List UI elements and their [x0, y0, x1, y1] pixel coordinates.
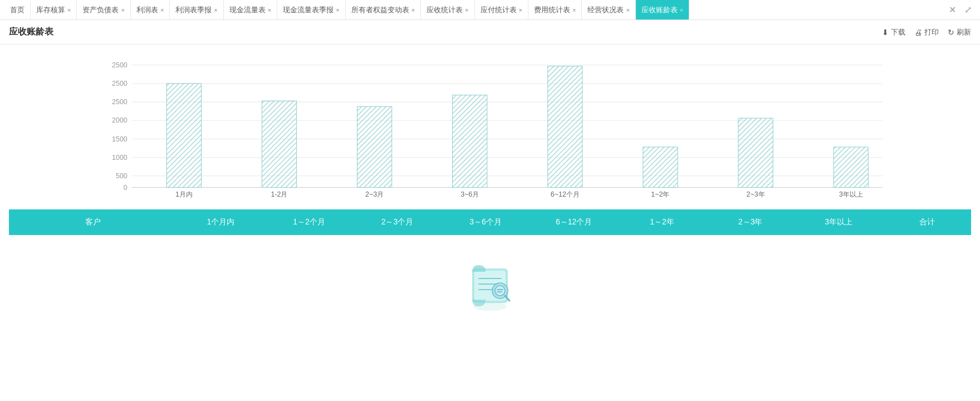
tab-profit-label: 利润表	[136, 5, 158, 15]
tab-equity-close[interactable]: ×	[411, 7, 415, 13]
tab-expense-stats-close[interactable]: ×	[572, 7, 576, 13]
tab-profit-quarterly-close[interactable]: ×	[214, 7, 217, 13]
tab-profit-close[interactable]: ×	[160, 7, 164, 13]
tab-inventory-close[interactable]: ×	[67, 7, 71, 13]
tab-expense-stats-label: 费用统计表	[534, 5, 570, 15]
tab-equity[interactable]: 所有者权益变动表 ×	[346, 0, 421, 20]
th-1to2months: 1～2个月	[265, 217, 354, 227]
svg-point-41	[495, 286, 505, 296]
tab-equity-label: 所有者权益变动表	[351, 5, 409, 15]
svg-text:1-2月: 1-2月	[271, 190, 287, 198]
print-icon: 🖨	[914, 28, 922, 37]
tab-cashflow-quarterly-label: 现金流量表季报	[283, 5, 334, 15]
empty-state	[9, 235, 971, 324]
svg-text:2500: 2500	[112, 80, 128, 87]
refresh-icon: ↻	[948, 28, 954, 37]
svg-text:1~2年: 1~2年	[651, 190, 669, 198]
svg-text:1月内: 1月内	[175, 190, 193, 198]
th-2to3years: 2～3年	[706, 217, 795, 227]
svg-rect-30	[738, 118, 773, 187]
window-close-btn[interactable]: ✕	[947, 4, 958, 15]
download-button[interactable]: ⬇ 下载	[882, 27, 905, 37]
th-6to12months: 6～12个月	[530, 217, 618, 227]
svg-text:1000: 1000	[112, 154, 128, 162]
svg-text:2~3年: 2~3年	[746, 190, 765, 198]
tab-profit[interactable]: 利润表 ×	[131, 0, 170, 20]
svg-text:2500: 2500	[112, 98, 128, 106]
tab-cashflow-quarterly[interactable]: 现金流量表季报 ×	[277, 0, 345, 20]
tab-balance-sheet-label: 资产负债表	[82, 5, 119, 15]
main-content: 2500 2500 2500 2000 1500 1000 500 0 1月内	[0, 45, 980, 401]
tab-cashflow-close[interactable]: ×	[268, 7, 271, 13]
tab-ar-aging-label: 应收账龄表	[641, 5, 678, 15]
svg-text:2000: 2000	[112, 116, 128, 124]
print-button[interactable]: 🖨 打印	[914, 27, 939, 37]
svg-text:500: 500	[116, 172, 128, 180]
page-title: 应收账龄表	[9, 26, 53, 38]
download-label: 下载	[891, 27, 905, 37]
tab-inventory[interactable]: 库存核算 ×	[31, 0, 77, 20]
chart-container: 2500 2500 2500 2000 1500 1000 500 0 1月内	[9, 53, 971, 209]
tab-ar-aging-close[interactable]: ×	[680, 7, 683, 13]
refresh-button[interactable]: ↻ 刷新	[948, 27, 971, 37]
svg-rect-20	[262, 101, 296, 188]
tab-ap-stats[interactable]: 应付统计表 ×	[475, 0, 528, 20]
th-3to6months: 3～6个月	[442, 217, 530, 227]
th-within1month: 1个月内	[177, 217, 265, 227]
tab-profit-quarterly-label: 利润表季报	[175, 5, 212, 15]
tab-operation-label: 经营状况表	[587, 5, 624, 15]
svg-text:1500: 1500	[112, 135, 128, 143]
svg-rect-24	[453, 95, 487, 188]
tab-balance-sheet[interactable]: 资产负债表 ×	[77, 0, 130, 20]
tab-ar-stats-close[interactable]: ×	[465, 7, 468, 13]
tab-operation-close[interactable]: ×	[626, 7, 629, 13]
empty-state-icon	[457, 257, 523, 313]
window-controls: ✕ ⤢	[947, 4, 976, 15]
print-label: 打印	[924, 27, 939, 37]
th-total: 合计	[883, 217, 971, 227]
download-icon: ⬇	[882, 28, 889, 37]
svg-text:6~12个月: 6~12个月	[551, 190, 580, 198]
svg-text:2500: 2500	[112, 61, 128, 69]
tab-cashflow[interactable]: 现金流量表 ×	[224, 0, 277, 20]
bar-chart: 2500 2500 2500 2000 1500 1000 500 0 1月内	[9, 53, 971, 209]
svg-text:3~6月: 3~6月	[460, 190, 479, 198]
table-header: 客户 1个月内 1～2个月 2～3个月 3～6个月 6～12个月 1～2年 2～…	[9, 209, 971, 235]
svg-text:0: 0	[124, 184, 128, 192]
svg-rect-26	[548, 66, 582, 188]
tab-inventory-label: 库存核算	[36, 5, 65, 15]
toolbar: 应收账龄表 ⬇ 下载 🖨 打印 ↻ 刷新	[0, 20, 980, 45]
toolbar-actions: ⬇ 下载 🖨 打印 ↻ 刷新	[882, 27, 971, 37]
tab-home-label: 首页	[10, 5, 24, 15]
window-maximize-btn[interactable]: ⤢	[962, 4, 973, 15]
tab-cashflow-quarterly-close[interactable]: ×	[336, 7, 339, 13]
tab-ar-stats[interactable]: 应收统计表 ×	[421, 0, 474, 20]
tab-cashflow-label: 现金流量表	[229, 5, 266, 15]
svg-rect-28	[643, 147, 678, 188]
svg-rect-22	[357, 106, 391, 187]
th-1to2years: 1～2年	[618, 217, 707, 227]
tab-balance-sheet-close[interactable]: ×	[121, 7, 124, 13]
refresh-label: 刷新	[957, 27, 971, 37]
tab-ar-stats-label: 应收统计表	[427, 5, 463, 15]
tab-ap-stats-close[interactable]: ×	[519, 7, 522, 13]
tab-profit-quarterly[interactable]: 利润表季报 ×	[170, 0, 223, 20]
tab-expense-stats[interactable]: 费用统计表 ×	[528, 0, 582, 20]
th-2to3months: 2～3个月	[353, 217, 442, 227]
svg-text:2~3月: 2~3月	[365, 190, 384, 198]
tab-ap-stats-label: 应付统计表	[481, 5, 517, 15]
th-customer: 客户	[9, 217, 177, 227]
tab-home[interactable]: 首页	[4, 0, 31, 20]
tab-operation[interactable]: 经营状况表 ×	[582, 0, 635, 20]
tab-ar-aging[interactable]: 应收账龄表 ×	[636, 0, 689, 20]
th-over3years: 3年以上	[795, 217, 883, 227]
svg-rect-18	[166, 84, 201, 188]
svg-rect-32	[834, 147, 868, 188]
svg-text:3年以上: 3年以上	[839, 190, 863, 198]
tab-bar: 首页 库存核算 × 资产负债表 × 利润表 × 利润表季报 × 现金流量表 × …	[0, 0, 980, 20]
